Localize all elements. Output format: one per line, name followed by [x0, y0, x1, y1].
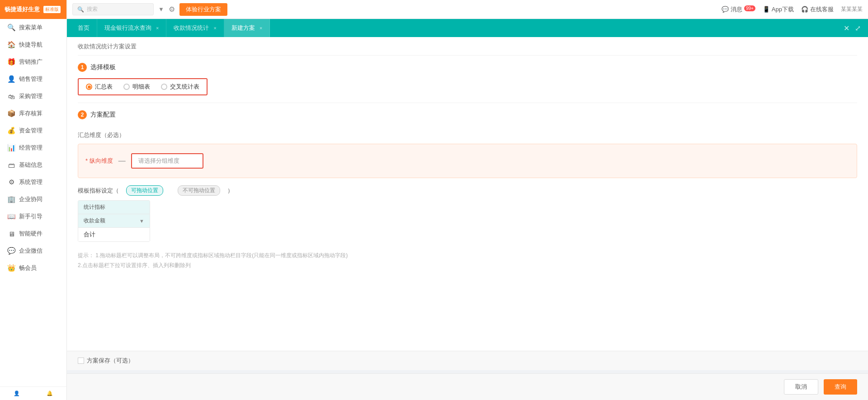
save-checkbox-label[interactable]: 方案保存（可选）: [78, 357, 134, 365]
dimension-area: * 纵向维度 — 请选择分组维度: [78, 144, 857, 178]
sidebar-bottom-item-1[interactable]: 👤: [14, 391, 20, 396]
tab-actions: ✕ ⤢: [844, 24, 864, 33]
settings-icon[interactable]: ⚙: [169, 5, 175, 14]
inventory-icon: 📦: [7, 109, 15, 118]
download-item[interactable]: 📱 App下载: [763, 5, 794, 14]
sidebar-logo: 畅捷通好生意 标准版: [0, 0, 66, 19]
basic-info-icon: 🗃: [7, 161, 15, 169]
maximize-icon[interactable]: ⤢: [855, 24, 861, 33]
stats-header-label: 统计指标: [84, 203, 105, 211]
sidebar-item-guide[interactable]: 📖 新手引导: [0, 208, 66, 225]
metrics-title-end: ）: [227, 187, 233, 195]
section2-num: 2: [78, 110, 87, 119]
main-area: 🔍 搜索 ▼ ⚙ 体验行业方案 💬 消息 99+ 📱 App下载 🎧 在线客服 …: [67, 0, 868, 400]
topbar-dropdown-icon[interactable]: ▼: [158, 6, 164, 13]
dimension-arrow: —: [118, 157, 126, 165]
section-plan-config: 2 方案配置 汇总维度（必选） * 纵向维度 — 请选择分组维度: [78, 103, 857, 278]
sidebar-item-finance[interactable]: 💰 资金管理: [0, 122, 66, 139]
stats-col-inner: 收款金额 ▼: [84, 217, 144, 225]
dimension-row-label: * 纵向维度: [85, 157, 113, 165]
gift-icon: 🎁: [7, 58, 15, 66]
sidebar-label: 新手引导: [19, 212, 42, 221]
logo-text: 畅捷通好生意: [5, 5, 40, 14]
sidebar-item-quick-nav[interactable]: 🏠 快捷导航: [0, 36, 66, 53]
bottom-section: 方案保存（可选）: [67, 351, 868, 370]
sidebar-item-system[interactable]: ⚙ 系统管理: [0, 174, 66, 191]
download-label: App下载: [772, 5, 794, 14]
cancel-button[interactable]: 取消: [784, 379, 818, 395]
tab-bank-flow[interactable]: 现金银行流水查询 ×: [97, 19, 166, 37]
nav-tabs: 首页 现金银行流水查询 × 收款情况统计 × 新建方案 × ✕ ⤢: [67, 19, 868, 37]
sidebar-label: 系统管理: [19, 178, 42, 186]
finance-icon: 💰: [7, 127, 15, 135]
save-checkbox-text: 方案保存（可选）: [87, 357, 134, 365]
section1-title: 选择模板: [90, 63, 116, 71]
section-template: 1 选择模板 汇总表 明细表 交叉统计表: [78, 56, 857, 103]
option-summary[interactable]: 汇总表: [86, 83, 113, 91]
tab-home[interactable]: 首页: [71, 19, 97, 37]
sidebar-item-inventory[interactable]: 📦 库存核算: [0, 105, 66, 122]
purchase-icon: 🛍: [7, 93, 15, 100]
sidebar-bottom-item-2[interactable]: 🔔: [47, 391, 53, 396]
metrics-title-text: 模板指标设定（: [78, 187, 119, 195]
query-button[interactable]: 查询: [824, 379, 857, 395]
sidebar-item-wechat[interactable]: 💬 企业微信: [0, 242, 66, 259]
sidebar: 畅捷通好生意 标准版 🔍 搜索菜单 🏠 快捷导航 🎁 营销推广 👤 销售管理 🛍…: [0, 0, 67, 400]
option-cross-label: 交叉统计表: [170, 83, 199, 91]
radio-detail-dot: [123, 84, 130, 90]
tab-new-plan-close[interactable]: ×: [259, 25, 262, 31]
option-detail-label: 明细表: [132, 83, 150, 91]
section1-num: 1: [78, 63, 87, 72]
section1-header: 1 选择模板: [78, 63, 857, 72]
metrics-title-part1: 模板指标设定（: [78, 187, 119, 194]
sidebar-label: 快捷导航: [19, 41, 42, 49]
topbar-right: 💬 消息 99+ 📱 App下载 🎧 在线客服 某某某某: [722, 5, 863, 14]
sidebar-label: 销售管理: [19, 75, 42, 83]
sidebar-label: 搜索菜单: [19, 24, 42, 32]
message-item[interactable]: 💬 消息 99+: [722, 5, 755, 14]
option-cross[interactable]: 交叉统计表: [161, 83, 199, 91]
page-inner: 收款情况统计方案设置 1 选择模板 汇总表 明细表: [67, 37, 868, 351]
tab-bank-flow-close[interactable]: ×: [156, 25, 159, 31]
sidebar-item-marketing[interactable]: 🎁 营销推广: [0, 53, 66, 71]
message-label: 消息: [731, 5, 742, 14]
sidebar-item-hardware[interactable]: 🖥 智能硬件: [0, 225, 66, 242]
stats-header-inner: 统计指标: [84, 203, 144, 211]
tab-bank-flow-label: 现金银行流水查询: [104, 24, 151, 32]
stats-col-header[interactable]: 收款金额 ▼: [78, 214, 150, 228]
stats-row-label: 合计: [84, 231, 95, 238]
topbar-search-box[interactable]: 🔍 搜索: [72, 3, 154, 15]
download-icon: 📱: [763, 6, 770, 13]
metrics-label-row: 模板指标设定（ 可拖动位置 不可拖动位置 ）: [78, 185, 857, 196]
sidebar-label: 采购管理: [19, 92, 42, 100]
sidebar-item-search-menu[interactable]: 🔍 搜索菜单: [0, 19, 66, 36]
service-item[interactable]: 🎧 在线客服: [801, 5, 834, 14]
non-draggable-badge: 不可拖动位置: [178, 185, 220, 196]
tab-collection-close[interactable]: ×: [213, 25, 216, 31]
sidebar-item-basic-info[interactable]: 🗃 基础信息: [0, 156, 66, 174]
sidebar-bottom: 👤 🔔: [0, 386, 66, 400]
option-detail[interactable]: 明细表: [123, 83, 150, 91]
tab-collection-stats[interactable]: 收款情况统计 ×: [166, 19, 224, 37]
search-placeholder-text: 搜索: [87, 5, 98, 13]
sidebar-label: 经营管理: [19, 144, 42, 152]
stats-row: 合计: [78, 228, 150, 241]
page-content: 收款情况统计方案设置 1 选择模板 汇总表 明细表: [67, 37, 868, 373]
home-icon: 🏠: [7, 41, 15, 49]
dimension-input[interactable]: 请选择分组维度: [131, 153, 203, 169]
tab-new-plan[interactable]: 新建方案 ×: [224, 19, 270, 37]
sidebar-item-sales[interactable]: 👤 销售管理: [0, 71, 66, 88]
save-checkbox-box[interactable]: [78, 358, 84, 364]
username-label: 某某某某: [841, 5, 863, 13]
sidebar-label: 企业协同: [19, 195, 42, 203]
tab-collection-label: 收款情况统计: [174, 24, 209, 32]
service-icon: 🎧: [801, 6, 808, 13]
sidebar-item-member[interactable]: 👑 畅会员: [0, 259, 66, 277]
sidebar-item-purchase[interactable]: 🛍 采购管理: [0, 88, 66, 105]
sidebar-item-operations[interactable]: 📊 经营管理: [0, 139, 66, 156]
close-window-icon[interactable]: ✕: [844, 24, 849, 33]
search-menu-icon: 🔍: [7, 24, 15, 32]
sidebar-label: 资金管理: [19, 127, 42, 135]
sidebar-item-enterprise[interactable]: 🏢 企业协同: [0, 191, 66, 208]
trial-button[interactable]: 体验行业方案: [179, 3, 227, 16]
